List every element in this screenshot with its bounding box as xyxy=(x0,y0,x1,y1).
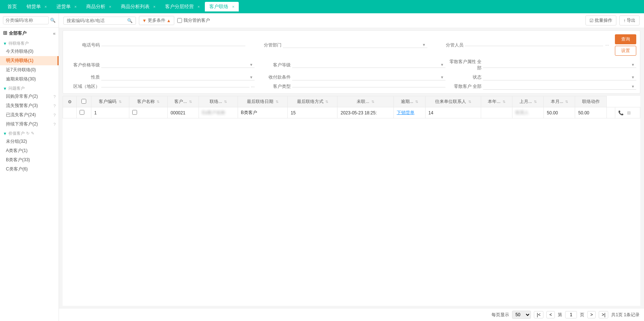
sidebar-item-today[interactable]: 今天待联络(0) xyxy=(0,47,59,56)
sort-method-icon[interactable]: ⇅ xyxy=(325,100,328,104)
sidebar-item-b-class[interactable]: B类客户(33) xyxy=(0,155,59,165)
help-abnormal-icon[interactable]: ? xyxy=(53,94,56,99)
last-page-btn[interactable]: >| xyxy=(599,311,608,318)
sidebar-search-icon[interactable]: 🔍 xyxy=(50,18,56,23)
action-phone-icon[interactable]: 📞 xyxy=(618,110,624,115)
select-all-checkbox[interactable] xyxy=(81,99,86,104)
sort-this-month-icon[interactable]: ⇅ xyxy=(565,100,568,104)
row-checkbox2[interactable] xyxy=(129,107,168,118)
help-warning-icon[interactable]: ? xyxy=(53,104,56,108)
nav-home[interactable]: 首页 xyxy=(3,2,21,11)
per-page-select[interactable]: 50 100 200 xyxy=(512,311,531,319)
sidebar-item-overdue[interactable]: 逾期未联络(30) xyxy=(0,75,59,84)
batch-btn[interactable]: ☑ 批量操作 xyxy=(585,15,616,25)
nav-purchase[interactable]: 进货单 × xyxy=(52,2,81,11)
sort-this-year-icon[interactable]: ⇅ xyxy=(503,100,505,104)
prev-page-btn[interactable]: < xyxy=(546,311,555,318)
nav-product-analysis-list[interactable]: 商品分析列表 × xyxy=(116,2,160,11)
sort-overdue-icon[interactable]: ⇅ xyxy=(415,100,418,104)
help-declining-icon[interactable]: ? xyxy=(53,122,56,127)
nav-customer-contact[interactable]: 客户联络 × xyxy=(205,2,239,11)
row-check2[interactable] xyxy=(132,110,137,115)
nature-select[interactable]: ▼ xyxy=(101,75,255,80)
manager-label: 分管人员 xyxy=(430,42,463,48)
close-purchase-icon[interactable]: × xyxy=(74,4,77,9)
sort-not-contacted-icon[interactable]: ⇅ xyxy=(371,100,374,104)
my-customers-checkbox[interactable] xyxy=(177,18,182,23)
sort-unit-contacts-icon[interactable]: ⇅ xyxy=(468,100,471,104)
sort-date-icon[interactable]: ⇅ xyxy=(276,100,279,104)
sort-code-icon[interactable]: ⇅ xyxy=(119,100,122,104)
grid-icon: ⊞ xyxy=(3,30,7,36)
filter-retail-area: 零散客户 全部 ▼ xyxy=(448,83,636,90)
close-product-analysis-list-icon[interactable]: × xyxy=(153,4,155,9)
th-checkbox[interactable] xyxy=(77,96,91,107)
help-lost-icon[interactable]: ? xyxy=(53,113,56,117)
row-select-checkbox[interactable] xyxy=(80,110,84,115)
value-customers-group: ▼ 价值客户 ↻ ✎ xyxy=(0,129,59,137)
manager-dots-icon[interactable]: ··· xyxy=(605,42,609,48)
triangle-icon2: ▼ xyxy=(3,86,7,91)
region-input[interactable] xyxy=(101,86,249,87)
filter-level-area: 客户等级 ▼ xyxy=(258,62,445,68)
first-page-btn[interactable]: |< xyxy=(534,311,543,318)
last-method-link[interactable]: 下销货单 xyxy=(397,110,414,115)
customer-level-select[interactable]: ▼ xyxy=(292,62,445,68)
row-checkbox[interactable] xyxy=(77,107,91,118)
collapse-icon[interactable]: « xyxy=(53,31,56,36)
close-product-analysis-icon[interactable]: × xyxy=(109,4,111,9)
region-dots-icon[interactable]: ··· xyxy=(251,84,255,89)
sort-contacts-icon[interactable]: ⇅ xyxy=(224,100,227,104)
retail-select[interactable]: ▼ xyxy=(483,84,636,90)
payment-arrow-icon: ▼ xyxy=(440,75,444,79)
row-name[interactable]: Ea客户名称 xyxy=(199,107,238,118)
dept-arrow-icon: ▼ xyxy=(422,43,426,47)
close-sales-icon[interactable]: × xyxy=(45,4,47,9)
status-select[interactable]: ▼ xyxy=(483,75,636,80)
sort-type-icon[interactable]: ⇅ xyxy=(189,100,192,104)
th-settings[interactable]: ⚙ xyxy=(63,96,77,107)
filter-actions: 查询 设置 xyxy=(615,34,636,56)
all-customers-header[interactable]: ⊞全部客户 « xyxy=(0,28,59,39)
sidebar-search-input[interactable] xyxy=(3,16,49,24)
pagination: 每页显示 50 100 200 |< < 第 页 > >| 共1页 1条记录 xyxy=(59,308,644,321)
dept-select[interactable]: ▼ xyxy=(283,42,427,48)
query-btn[interactable]: 查询 xyxy=(615,34,636,44)
sidebar-item-ungrouped[interactable]: 未分组(32) xyxy=(0,137,59,146)
retail-attr-select[interactable]: ▼ xyxy=(483,62,636,68)
sidebar-item-a-class[interactable]: A类客户(1) xyxy=(0,146,59,155)
page-input[interactable] xyxy=(565,311,577,318)
nav-sales[interactable]: 销货单 × xyxy=(22,2,51,11)
action-grid-icon[interactable]: ⊞ xyxy=(627,110,631,115)
sidebar-item-declining[interactable]: 持续下滑客户(2) ? xyxy=(0,120,59,129)
price-level-select[interactable]: ▼ xyxy=(101,62,255,68)
sidebar-item-c-class[interactable]: C类客户(6) xyxy=(0,165,59,174)
sort-last-month-icon[interactable]: ⇅ xyxy=(534,100,537,104)
close-customer-tier-icon[interactable]: × xyxy=(197,4,200,9)
manager-input[interactable] xyxy=(465,44,603,46)
nav-customer-tier[interactable]: 客户分层经营 × xyxy=(161,2,204,11)
nav-product-analysis[interactable]: 商品分析 × xyxy=(82,2,116,11)
cust-type-input[interactable] xyxy=(292,86,445,87)
search-icon[interactable]: 🔍 xyxy=(127,18,133,23)
ungrouped-label: 未分组(32) xyxy=(6,138,27,145)
close-customer-contact-icon[interactable]: × xyxy=(232,4,234,9)
filter-phone-area: 电话号码 xyxy=(67,42,245,48)
a-class-label: A类客户(1) xyxy=(6,148,28,154)
sidebar-item-7days[interactable]: 近7天待联络(0) xyxy=(0,65,59,75)
sidebar-item-abnormal[interactable]: 回购异常客户(2) ? xyxy=(0,92,59,101)
sidebar-item-lost[interactable]: 已流失客户(24) ? xyxy=(0,110,59,120)
sidebar-item-tomorrow[interactable]: 明天待联络(1) xyxy=(0,56,59,65)
refresh-icon[interactable]: ↻ xyxy=(26,131,29,136)
export-btn[interactable]: ↑ 导出 xyxy=(619,15,640,25)
sort-name-icon[interactable]: ⇅ xyxy=(157,100,160,104)
next-page-btn[interactable]: > xyxy=(587,311,596,318)
payment-select[interactable]: ▼ xyxy=(292,75,445,80)
price-level-label: 客户价格等级 xyxy=(67,62,100,68)
filter-more-btn[interactable]: ▼ 更多条件 ▲ xyxy=(139,16,174,25)
phone-input[interactable] xyxy=(101,44,245,46)
edit-icon[interactable]: ✎ xyxy=(31,131,34,136)
search-input[interactable] xyxy=(67,18,126,23)
sidebar-item-warning[interactable]: 流失预警客户(3) ? xyxy=(0,101,59,110)
set-btn[interactable]: 设置 xyxy=(615,46,636,56)
